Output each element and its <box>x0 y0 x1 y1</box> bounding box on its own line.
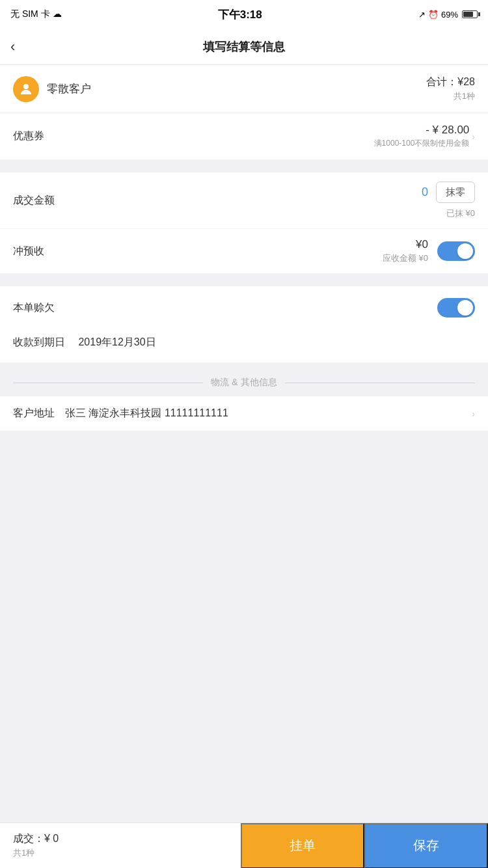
coupon-discount: - ¥ 28.00 <box>374 124 470 137</box>
sim-wifi-label: 无 SIM 卡 ☁ <box>10 8 62 20</box>
deal-amount-value[interactable]: 0 <box>422 185 428 199</box>
coupon-right: - ¥ 28.00 满1000-100不限制使用金额 › <box>374 124 475 149</box>
round-off-button[interactable]: 抹零 <box>436 182 475 203</box>
total-amount: 合计：¥28 <box>426 75 475 89</box>
address-chevron-icon: › <box>472 409 475 419</box>
debt-toggle-knob <box>457 300 473 316</box>
logistics-separator: 物流 & 其他信息 <box>0 369 488 396</box>
bottom-summary: 成交：¥ 0 共1种 <box>0 832 241 859</box>
deal-amount-note: 已抹 ¥0 <box>446 208 475 219</box>
empty-area <box>0 437 488 541</box>
bottom-bar: 成交：¥ 0 共1种 挂单 保存 <box>0 822 488 868</box>
customer-info-left: 零散客户 <box>13 76 91 102</box>
debt-toggle[interactable] <box>437 298 475 318</box>
prepay-row: 冲预收 ¥0 应收金额 ¥0 <box>0 229 488 273</box>
bottom-deal-amount: 成交：¥ 0 <box>13 832 228 846</box>
address-label: 客户地址 <box>13 407 55 420</box>
status-right: ↗ ⏰ 69% <box>418 10 478 20</box>
prepay-note: 应收金额 ¥0 <box>383 252 428 264</box>
bottom-count: 共1种 <box>13 847 228 859</box>
coupon-label: 优惠券 <box>13 129 44 143</box>
prepay-toggle-knob <box>457 243 473 259</box>
total-count: 共1种 <box>426 90 475 102</box>
alarm-icon: ⏰ <box>428 10 439 20</box>
due-date-row: 收款到期日 2019年12月30日 <box>0 329 488 362</box>
customer-section: 零散客户 合计：¥28 共1种 优惠券 - ¥ 28.00 满1000-100不… <box>0 65 488 159</box>
status-bar: 无 SIM 卡 ☁ 下午3:18 ↗ ⏰ 69% <box>0 0 488 29</box>
bottom-spacer <box>0 541 488 587</box>
battery-label: 69% <box>441 10 458 20</box>
save-button[interactable]: 保存 <box>364 823 488 869</box>
prepay-amount: ¥0 <box>383 238 428 251</box>
page-title: 填写结算等信息 <box>203 39 285 55</box>
coupon-desc: 满1000-100不限制使用金额 <box>374 138 470 149</box>
logistics-line-left <box>13 383 203 383</box>
nav-bar: ‹ 填写结算等信息 <box>0 29 488 65</box>
back-button[interactable]: ‹ <box>10 38 15 55</box>
location-icon: ↗ <box>418 10 426 20</box>
due-date-label: 收款到期日 <box>13 336 65 347</box>
prepay-toggle[interactable] <box>437 241 475 261</box>
battery-icon <box>462 10 478 18</box>
prepay-label: 冲预收 <box>13 245 44 258</box>
status-left: 无 SIM 卡 ☁ <box>10 8 62 20</box>
coupon-chevron-icon: › <box>472 131 475 142</box>
deal-amount-row: 成交金额 0 抹零 已抹 ¥0 <box>0 172 488 229</box>
address-row[interactable]: 客户地址 张三 海淀永丰科技园 11111111111 › <box>0 396 488 431</box>
debt-section: 本单赊欠 收款到期日 2019年12月30日 <box>0 286 488 362</box>
customer-name: 零散客户 <box>47 81 91 96</box>
address-section: 客户地址 张三 海淀永丰科技园 11111111111 › <box>0 396 488 431</box>
customer-row: 零散客户 合计：¥28 共1种 <box>0 65 488 113</box>
debt-row: 本单赊欠 <box>0 286 488 329</box>
status-time: 下午3:18 <box>218 7 262 22</box>
customer-total: 合计：¥28 共1种 <box>426 75 475 102</box>
deal-amount-label: 成交金额 <box>13 194 55 208</box>
debt-label: 本单赊欠 <box>13 301 55 315</box>
deal-amount-section: 成交金额 0 抹零 已抹 ¥0 冲预收 ¥0 应收金额 ¥0 <box>0 172 488 273</box>
divider-1 <box>0 166 488 172</box>
coupon-info: - ¥ 28.00 满1000-100不限制使用金额 <box>374 124 470 149</box>
address-value: 张三 海淀永丰科技园 11111111111 <box>65 407 472 420</box>
hold-button[interactable]: 挂单 <box>241 823 364 869</box>
logistics-line-right <box>285 383 475 383</box>
due-date-value: 2019年12月30日 <box>78 336 156 347</box>
coupon-row[interactable]: 优惠券 - ¥ 28.00 满1000-100不限制使用金额 › <box>0 113 488 159</box>
divider-2 <box>0 280 488 286</box>
avatar <box>13 76 39 102</box>
svg-point-0 <box>23 84 29 89</box>
logistics-text: 物流 & 其他信息 <box>203 377 284 388</box>
